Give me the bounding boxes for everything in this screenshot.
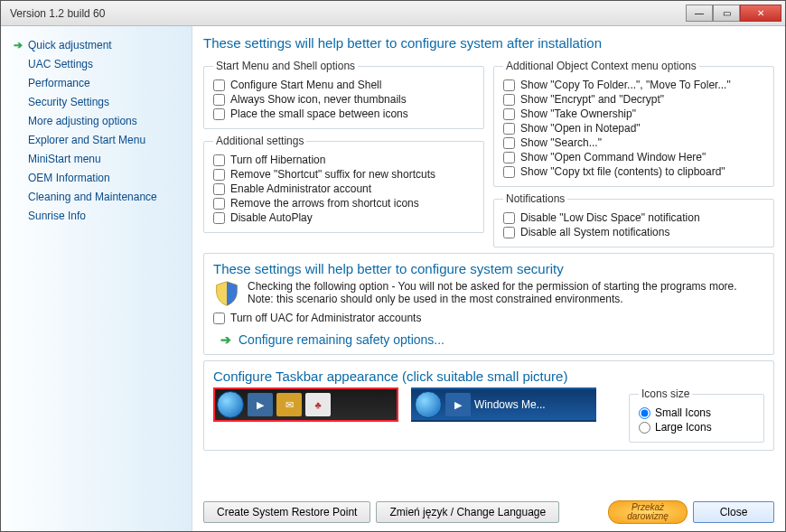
sidebar: ➔Quick adjustment ➔UAC Settings ➔Perform…: [1, 26, 192, 531]
group-legend: Icons size: [639, 387, 692, 400]
sidebar-item-oem-information[interactable]: ➔OEM Information: [10, 170, 184, 186]
group-legend: Additional Object Context menu options: [503, 60, 699, 72]
sidebar-item-more-adjusting[interactable]: ➔More adjusting options: [10, 113, 184, 129]
check-copy-move-to-folder[interactable]: Show "Copy To Folder...", "Move To Foler…: [503, 78, 764, 92]
group-legend: Notifications: [503, 192, 567, 205]
sidebar-item-ministart-menu[interactable]: ➔MiniStart menu: [10, 151, 184, 167]
start-orb-icon: [217, 391, 244, 418]
sidebar-item-label: Performance: [28, 77, 90, 89]
group-legend: Additional settings: [213, 135, 306, 147]
radio-small-icons[interactable]: Small Icons: [639, 406, 754, 420]
check-disable-autoplay[interactable]: Disable AutoPlay: [213, 210, 474, 225]
check-remove-shortcut-suffix[interactable]: Remove "Shortcut" suffix for new shortcu…: [213, 167, 474, 182]
donate-button[interactable]: Przekaż darowiznę: [608, 500, 688, 524]
check-configure-start-menu[interactable]: Configure Start Menu and Shell: [213, 78, 474, 92]
check-always-show-icon[interactable]: Always Show icon, never thumbnails: [213, 92, 474, 107]
change-language-button[interactable]: Zmień język / Change Language: [376, 501, 559, 523]
sidebar-item-quick-adjustment[interactable]: ➔Quick adjustment: [10, 37, 184, 53]
heading-system-install: These settings will help better to confi…: [203, 35, 774, 51]
sidebar-item-performance[interactable]: ➔Performance: [10, 75, 184, 91]
group-context-menu-options: Additional Object Context menu options S…: [493, 60, 774, 187]
check-encrypt-decrypt[interactable]: Show "Encrypt" and "Decrypt": [503, 92, 764, 107]
minimize-button[interactable]: —: [686, 5, 713, 22]
check-disable-all-notifications[interactable]: Disable all System notifications: [503, 225, 764, 239]
sidebar-item-sunrise-info[interactable]: ➔Sunrise Info: [10, 208, 184, 224]
start-orb-icon: [415, 391, 442, 418]
sidebar-item-cleaning-maintenance[interactable]: ➔Cleaning and Maintenance: [10, 189, 184, 205]
check-search[interactable]: Show "Search...": [503, 135, 764, 150]
main-panel: These settings will help better to confi…: [192, 26, 785, 531]
arrow-right-icon: ➔: [14, 39, 23, 51]
heading-security: These settings will help better to confi…: [213, 261, 764, 276]
check-open-in-notepad[interactable]: Show "Open in Notepad": [503, 121, 764, 135]
sidebar-item-label: Explorer and Start Menu: [28, 134, 145, 146]
title-bar: Version 1.2 build 60 — ▭ ✕: [1, 1, 785, 26]
taskbar-app-icon: ♣: [305, 393, 331, 416]
taskbar-app-icon: ✉: [276, 393, 302, 416]
group-legend: Start Menu and Shell options: [213, 60, 358, 72]
check-take-ownership[interactable]: Show "Take Ownership": [503, 107, 764, 121]
group-notifications: Notifications Disable "Low Disc Space" n…: [493, 192, 774, 247]
shield-icon: [213, 280, 240, 307]
sidebar-item-label: MiniStart menu: [28, 153, 101, 165]
restore-point-button[interactable]: Create System Restore Point: [203, 501, 370, 523]
sidebar-item-label: Sunrise Info: [28, 210, 86, 222]
taskbar-app-icon: ▶: [248, 393, 273, 416]
close-button[interactable]: Close: [693, 501, 774, 523]
check-turn-off-hibernation[interactable]: Turn off Hibernation: [213, 153, 474, 167]
sidebar-item-label: More adjusting options: [28, 115, 137, 127]
check-command-window-here[interactable]: Show "Open Command Window Here": [503, 150, 764, 164]
check-remove-shortcut-arrows[interactable]: Remove the arrows from shortcut icons: [213, 196, 474, 210]
link-configure-safety-options[interactable]: ➔ Configure remaining safety options...: [220, 332, 764, 347]
taskbar-app-icon: ▶: [445, 393, 471, 416]
maximize-button[interactable]: ▭: [713, 5, 740, 22]
sidebar-item-uac-settings[interactable]: ➔UAC Settings: [10, 56, 184, 72]
taskbar-style-small[interactable]: ▶ ✉ ♣: [213, 387, 398, 422]
taskbar-app-label: Windows Me...: [474, 398, 546, 411]
check-enable-admin-account[interactable]: Enable Administrator account: [213, 182, 474, 196]
check-small-space-icons[interactable]: Place the small space between icons: [213, 107, 474, 121]
radio-large-icons[interactable]: Large Icons: [639, 420, 754, 434]
taskbar-style-large[interactable]: ▶ Windows Me...: [411, 387, 596, 422]
sidebar-item-label: Quick adjustment: [28, 39, 112, 51]
sidebar-item-explorer-start-menu[interactable]: ➔Explorer and Start Menu: [10, 132, 184, 148]
group-start-menu-shell: Start Menu and Shell options Configure S…: [203, 60, 484, 129]
close-window-button[interactable]: ✕: [740, 5, 781, 22]
check-disable-low-disc-space[interactable]: Disable "Low Disc Space" notification: [503, 210, 764, 225]
sidebar-item-label: UAC Settings: [28, 58, 93, 70]
sidebar-item-label: Security Settings: [28, 96, 109, 108]
window-title: Version 1.2 build 60: [10, 7, 686, 20]
sidebar-item-security-settings[interactable]: ➔Security Settings: [10, 94, 184, 110]
sidebar-item-label: OEM Information: [28, 172, 110, 184]
heading-taskbar: Configure Taskbar appearance (click suit…: [213, 369, 764, 384]
sidebar-item-label: Cleaning and Maintenance: [28, 191, 157, 203]
security-note-text: Checking the following option - You will…: [248, 280, 764, 305]
footer-buttons: Create System Restore Point Zmień język …: [203, 495, 774, 524]
check-copy-txt-contents[interactable]: Show "Copy txt file (contents) to clipbo…: [503, 164, 764, 179]
check-turn-off-uac-admin[interactable]: Turn off UAC for Administrator accounts: [213, 311, 764, 325]
security-section: These settings will help better to confi…: [203, 253, 774, 355]
group-icons-size: Icons size Small Icons Large Icons: [629, 387, 764, 443]
group-additional-settings: Additional settings Turn off Hibernation…: [203, 135, 484, 233]
taskbar-section: Configure Taskbar appearance (click suit…: [203, 360, 774, 451]
arrow-right-icon: ➔: [220, 332, 231, 347]
